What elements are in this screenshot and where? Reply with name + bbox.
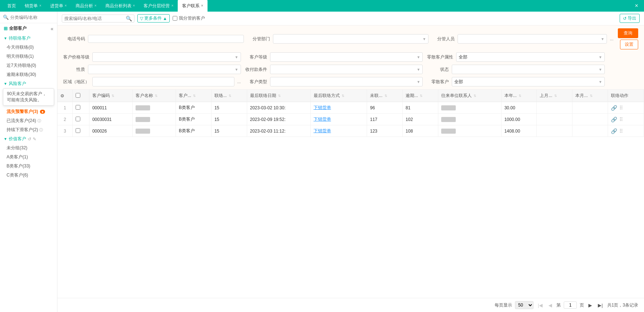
settings-icon: ⚙	[60, 93, 64, 98]
sidebar-group-pending[interactable]: ▼ 待联络客户	[0, 34, 57, 43]
app-close-button[interactable]: ×	[632, 3, 641, 9]
search-input[interactable]	[64, 16, 126, 21]
blurred-name	[136, 117, 150, 122]
sort-icon-code: ⇅	[112, 94, 114, 98]
th-last-date[interactable]: 最后联络日期 ⇅	[247, 90, 310, 102]
sidebar-group-value-label: 价值客户	[9, 136, 26, 142]
edit-icon-value[interactable]: ✎	[33, 137, 36, 142]
first-page-button[interactable]: |◀	[536, 302, 544, 309]
select-all-checkbox[interactable]	[76, 93, 80, 98]
sidebar-item-overdue[interactable]: 逾期未联络(30)	[0, 70, 57, 79]
nav-item-customer-contact[interactable]: 客户联系 ×	[178, 0, 208, 12]
th-last-method[interactable]: 最后联络方式 ⇅	[310, 90, 367, 102]
row-thismonth	[572, 102, 608, 114]
row-checkbox-cell	[73, 125, 89, 137]
close-icon-sales[interactable]: ×	[39, 0, 41, 12]
sidebar-group-value[interactable]: ▼ 价值客户 ↺ ✎	[0, 134, 57, 143]
retail-select[interactable]: 全部 ▼	[452, 77, 605, 86]
action-menu-icon[interactable]: ⠿	[619, 128, 623, 134]
sidebar-item-class-c[interactable]: C类客户(6)	[0, 171, 57, 180]
payment-select[interactable]: ▼	[270, 65, 423, 74]
phone-input[interactable]	[88, 35, 244, 43]
action-menu-icon[interactable]: ⠿	[619, 105, 623, 111]
query-button[interactable]: 查询	[618, 28, 638, 38]
status-select[interactable]: ▼	[452, 65, 605, 74]
row-checkbox[interactable]	[76, 117, 80, 121]
th-name[interactable]: 客户名称 ⇅	[132, 90, 176, 102]
nav-item-analysis-list[interactable]: 商品分析列表 ×	[101, 0, 140, 12]
sidebar-group-risk[interactable]: ▼ 风险客户	[0, 79, 57, 88]
action-link-icon[interactable]: 🔗	[611, 117, 617, 122]
nature-select[interactable]: ▼	[88, 65, 241, 74]
close-icon-purchase[interactable]: ×	[65, 0, 67, 12]
sidebar-item-ungrouped[interactable]: 未分组(32)	[0, 143, 57, 153]
level-select[interactable]: ▼	[270, 52, 423, 62]
th-contacts[interactable]: 联络... ⇅	[211, 90, 247, 102]
close-icon-analysis-list[interactable]: ×	[133, 0, 135, 12]
th-contacts-name[interactable]: 往来单位联系人 ⇅	[438, 90, 501, 102]
manager-select[interactable]: ▼	[458, 34, 607, 44]
sidebar-item-class-a[interactable]: A类客户(1)	[0, 153, 57, 162]
sidebar-item-tomorrow[interactable]: 明天待联络(1)	[0, 52, 57, 61]
region-more[interactable]: ...	[237, 79, 241, 84]
next-page-button[interactable]: ▶	[587, 302, 593, 309]
last-page-button[interactable]: ▶|	[596, 302, 604, 309]
sidebar-item-churn-warning[interactable]: 流失预警客户(3) ●	[0, 107, 57, 116]
per-page-select[interactable]: 50 100 200	[515, 301, 534, 309]
close-icon-analysis[interactable]: ×	[94, 0, 97, 12]
th-overdue[interactable]: 逾期... ⇅	[403, 90, 438, 102]
close-icon-customer-tier[interactable]: ×	[171, 0, 173, 12]
refresh-icon-value[interactable]: ↺	[28, 137, 31, 142]
customer-type-select[interactable]: ▼	[270, 77, 423, 86]
export-button[interactable]: ↺ 导出	[620, 14, 640, 23]
row-contacts-name	[438, 125, 501, 137]
sidebar-root-label[interactable]: 全部客户	[9, 25, 27, 32]
last-method-link[interactable]: 下销货单	[314, 117, 331, 122]
sidebar-item-today[interactable]: 今天待联络(0)	[0, 43, 57, 52]
sort-icon-thismonth: ⇅	[590, 94, 593, 98]
th-settings[interactable]: ⚙	[57, 90, 73, 102]
sidebar-item-churned[interactable]: 已流失客户(24) ⓘ	[0, 116, 57, 125]
page-input[interactable]	[564, 301, 577, 309]
retail-attr-select[interactable]: 全部 ▼	[456, 52, 605, 62]
nav-item-purchase[interactable]: 进货单 ×	[46, 0, 71, 12]
sort-icon-lastmonth: ⇅	[554, 94, 557, 98]
row-checkbox[interactable]	[76, 128, 80, 133]
table-footer: 每页显示 50 100 200 |◀ ◀ 第 页 ▶ ▶| 共1页，3条记录	[57, 298, 644, 312]
prev-page-button[interactable]: ◀	[547, 302, 554, 309]
row-last-date: 2023-02-09 19:52:	[247, 114, 310, 125]
sidebar-item-class-b[interactable]: B类客户(33)	[0, 162, 57, 171]
nav-item-customer-tier[interactable]: 客户分层经营 ×	[139, 0, 178, 12]
th-thismonth[interactable]: 本月... ⇅	[572, 90, 608, 102]
sidebar-collapse-button[interactable]: «	[51, 26, 53, 32]
th-unlink[interactable]: 未联... ⇅	[367, 90, 403, 102]
settings-button[interactable]: 设置	[620, 40, 638, 49]
nav-item-home[interactable]: 首页	[3, 0, 20, 12]
action-link-icon[interactable]: 🔗	[611, 105, 617, 111]
action-link-icon[interactable]: 🔗	[611, 128, 617, 134]
th-code[interactable]: 客户编码 ⇅	[89, 90, 132, 102]
th-thisyear[interactable]: 本年... ⇅	[501, 90, 537, 102]
search-button[interactable]: 🔍	[126, 16, 132, 21]
sidebar-item-7days[interactable]: 近7天待联络(0)	[0, 61, 57, 70]
last-method-link[interactable]: 下销货单	[314, 128, 331, 133]
th-lastmonth[interactable]: 上月... ⇅	[537, 90, 572, 102]
manager-more[interactable]: ...	[610, 36, 613, 41]
nav-item-sales[interactable]: 销货单 ×	[20, 0, 46, 12]
th-type[interactable]: 客户... ⇅	[176, 90, 212, 102]
row-checkbox[interactable]	[76, 105, 80, 110]
action-menu-icon[interactable]: ⠿	[619, 117, 623, 122]
sort-icon-contacts-name: ⇅	[474, 94, 476, 98]
close-icon-customer-contact[interactable]: ×	[201, 0, 203, 12]
last-method-link[interactable]: 下销货单	[314, 105, 331, 110]
sidebar-search-input[interactable]	[10, 15, 57, 20]
my-customers-checkbox[interactable]	[173, 16, 177, 21]
sidebar-item-declining[interactable]: 持续下滑客户(2) ⓘ	[0, 125, 57, 134]
region-select[interactable]	[92, 77, 234, 86]
my-customers-checkbox-label[interactable]: 我分管的客户	[173, 15, 205, 21]
filter-more-button[interactable]: ▽ 更多条件 ▲	[137, 14, 170, 23]
nav-item-analysis[interactable]: 商品分析 ×	[71, 0, 101, 12]
price-level-select[interactable]: ▼	[92, 52, 241, 62]
dept-select[interactable]: ▼	[273, 34, 429, 44]
retail-attr-text: 全部	[459, 54, 467, 60]
